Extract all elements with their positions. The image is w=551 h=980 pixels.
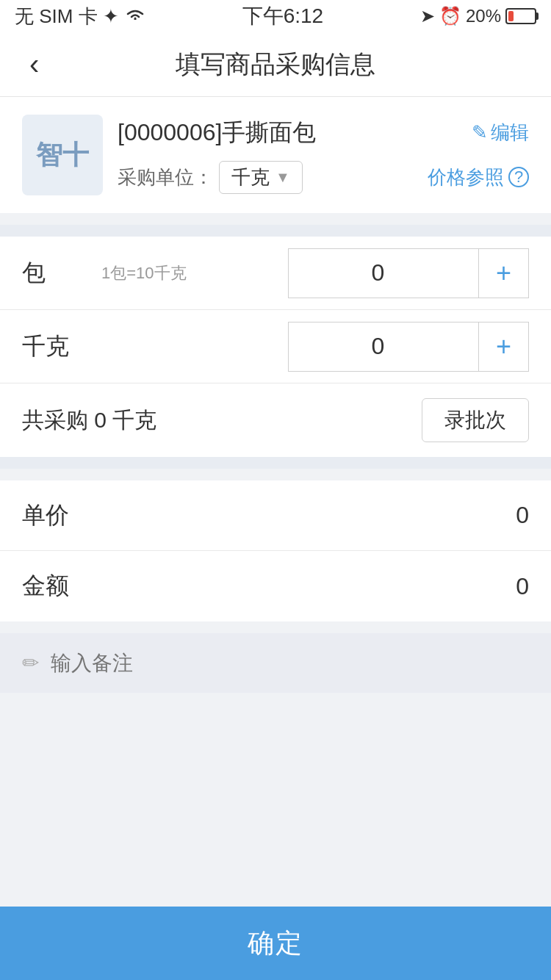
total-row: 共采购 0 千克 录批次 [0, 383, 551, 457]
bottom-area: 确定 [0, 907, 551, 980]
kg-input-row: 千克 + [0, 310, 551, 383]
status-time: 下午6:12 [242, 2, 324, 30]
remark-input[interactable] [51, 652, 529, 675]
amount-value: 0 [516, 573, 529, 600]
product-image: 智十 [22, 115, 103, 195]
nav-bar: ‹ 填写商品采购信息 [0, 32, 551, 97]
unit-price-label: 单价 [22, 500, 69, 532]
remark-section[interactable]: ✏ [0, 633, 551, 693]
unit-select[interactable]: 千克 ▼ [219, 161, 303, 194]
batch-button[interactable]: 录批次 [422, 398, 529, 442]
product-unit-row: 采购单位： 千克 ▼ 价格参照 ? [118, 161, 529, 194]
status-bar: 无 SIM 卡 ✦ 下午6:12 ➤ ⏰ 20% [0, 0, 551, 32]
sim-status: 无 SIM 卡 ✦ [15, 4, 119, 29]
price-ref-label: 价格参照 [428, 165, 504, 190]
pack-plus-button[interactable]: + [479, 248, 529, 298]
unit-value: 千克 [231, 165, 270, 190]
kg-input[interactable] [288, 322, 479, 372]
help-icon: ? [508, 167, 529, 187]
pack-control: + [187, 248, 529, 298]
status-left: 无 SIM 卡 ✦ [15, 4, 145, 29]
status-right: ➤ ⏰ 20% [420, 6, 536, 26]
product-logo: 智十 [36, 137, 89, 173]
dropdown-icon: ▼ [276, 169, 290, 186]
kg-control: + [96, 322, 529, 372]
price-ref-button[interactable]: 价格参照 ? [428, 165, 529, 190]
edit-label: 编辑 [491, 120, 529, 145]
battery-icon [505, 8, 536, 24]
product-name: [0000006]手撕面包 [118, 117, 316, 149]
amount-row: 金额 0 [0, 551, 551, 621]
product-name-row: [0000006]手撕面包 ✎ 编辑 [118, 117, 529, 149]
product-info: [0000006]手撕面包 ✎ 编辑 采购单位： 千克 ▼ 价格参照 ? [118, 117, 529, 194]
pack-label: 包 [22, 257, 96, 289]
price-section: 单价 0 金额 0 [0, 480, 551, 621]
divider-2 [0, 457, 551, 469]
divider-1 [0, 225, 551, 237]
kg-label: 千克 [22, 331, 96, 363]
alarm-icon: ⏰ [439, 6, 461, 26]
pack-input[interactable] [288, 248, 479, 298]
confirm-button[interactable]: 确定 [0, 907, 551, 980]
unit-price-row: 单价 0 [0, 480, 551, 551]
pencil-icon: ✏ [22, 651, 39, 675]
edit-button[interactable]: ✎ 编辑 [472, 120, 529, 145]
unit-price-value: 0 [516, 502, 529, 529]
unit-label: 采购单位： [118, 165, 213, 190]
kg-plus-button[interactable]: + [479, 322, 529, 372]
back-button[interactable]: ‹ [22, 40, 46, 88]
pack-sublabel: 1包=10千克 [101, 262, 187, 284]
battery-percent: 20% [466, 6, 501, 26]
product-card: 智十 [0000006]手撕面包 ✎ 编辑 采购单位： 千克 ▼ [0, 97, 551, 213]
location-icon: ➤ [420, 6, 435, 26]
total-text: 共采购 0 千克 [22, 406, 156, 436]
page-title: 填写商品采购信息 [176, 48, 375, 82]
edit-icon: ✎ [472, 121, 488, 144]
input-section: 包 1包=10千克 + 千克 + [0, 237, 551, 383]
amount-label: 金额 [22, 570, 69, 602]
pack-input-row: 包 1包=10千克 + [0, 237, 551, 310]
wifi-icon [125, 5, 145, 28]
